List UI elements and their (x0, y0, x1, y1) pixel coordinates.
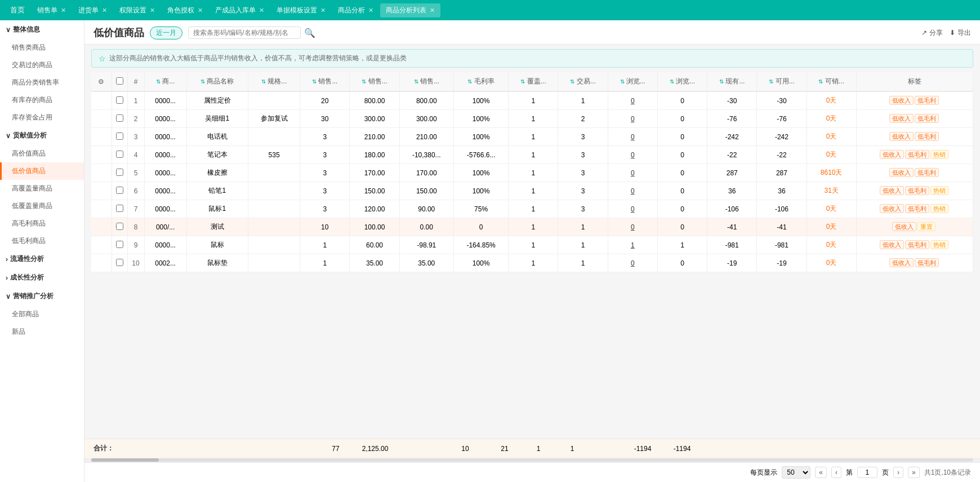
sidebar-item-new-goods[interactable]: 新品 (0, 323, 84, 341)
view1-link[interactable]: 0 (631, 97, 635, 105)
row-view1[interactable]: 0 (608, 128, 657, 146)
select-all-header[interactable] (112, 72, 127, 91)
nav-analysis-list[interactable]: 商品分析列表✕ (380, 3, 440, 17)
search-icon[interactable]: 🔍 (304, 28, 315, 38)
export-button[interactable]: ⬇ 导出 (950, 28, 971, 38)
col-qty[interactable]: ⇅ 销售... (300, 72, 350, 91)
share-button[interactable]: ↗ 分享 (921, 28, 943, 38)
row-checkbox[interactable] (116, 259, 123, 266)
row-checkbox-cell[interactable] (112, 218, 127, 236)
settings-icon-header[interactable]: ⚙ (91, 72, 112, 91)
sidebar-item-high-margin[interactable]: 高毛利商品 (0, 215, 84, 232)
sidebar-item-stock-capital[interactable]: 库存资金占用 (0, 109, 84, 126)
col-name[interactable]: ⇅ 商品名称 (186, 72, 248, 91)
row-settings[interactable] (91, 128, 112, 146)
scrollbar-track[interactable] (91, 458, 973, 462)
view1-link[interactable]: 0 (631, 259, 635, 267)
sidebar-group-contribution[interactable]: ∨ 贡献值分析 (0, 126, 84, 145)
first-page-button[interactable]: « (815, 467, 827, 478)
row-checkbox-cell[interactable] (112, 91, 127, 110)
row-view1[interactable]: 1 (608, 236, 657, 254)
sidebar-group-marketing[interactable]: ∨ 营销推广分析 (0, 287, 84, 306)
nav-perms[interactable]: 权限设置✕ (114, 3, 161, 17)
per-page-select[interactable]: 50 100 200 (782, 466, 810, 479)
page-number-input[interactable] (857, 467, 877, 478)
nav-roles[interactable]: 角色授权✕ (162, 3, 208, 17)
sidebar-item-low-margin[interactable]: 低毛利商品 (0, 232, 84, 250)
sidebar-item-all-goods[interactable]: 全部商品 (0, 306, 84, 323)
col-trade[interactable]: ⇅ 交易... (558, 72, 608, 91)
row-checkbox-cell[interactable] (112, 128, 127, 146)
view1-link[interactable]: 0 (631, 205, 635, 213)
nav-close-roles[interactable]: ✕ (198, 7, 203, 14)
last-page-button[interactable]: » (908, 467, 920, 478)
row-checkbox[interactable] (116, 132, 123, 140)
nav-home[interactable]: 首页 (5, 3, 30, 17)
row-view1[interactable]: 0 (608, 91, 657, 110)
scrollbar-thumb[interactable] (91, 458, 159, 462)
row-settings[interactable] (91, 146, 112, 164)
view1-link[interactable]: 0 (631, 115, 635, 123)
row-view1[interactable]: 0 (608, 110, 657, 128)
sidebar-item-sales-goods[interactable]: 销售类商品 (0, 39, 84, 56)
row-view1[interactable]: 0 (608, 164, 657, 182)
nav-inbound[interactable]: 产成品入库单✕ (210, 3, 270, 17)
prev-page-button[interactable]: ‹ (831, 467, 841, 478)
sidebar-item-in-stock-goods[interactable]: 有库存的商品 (0, 91, 84, 109)
nav-purchase[interactable]: 进货单✕ (73, 3, 113, 17)
row-view1[interactable]: 0 (608, 146, 657, 164)
sidebar-group-circulation[interactable]: › 流通性分析 (0, 250, 84, 268)
nav-close-inbound[interactable]: ✕ (259, 7, 264, 14)
col-sales1[interactable]: ⇅ 销售... (350, 72, 399, 91)
row-view1[interactable]: 0 (608, 182, 657, 200)
sidebar-item-high-coverage[interactable]: 高覆盖量商品 (0, 180, 84, 197)
row-checkbox-cell[interactable] (112, 164, 127, 182)
row-checkbox[interactable] (116, 114, 123, 122)
view1-link[interactable]: 0 (631, 187, 635, 195)
row-checkbox[interactable] (116, 169, 123, 176)
col-days[interactable]: ⇅ 可销... (807, 72, 856, 91)
table-wrapper[interactable]: ⚙ # ⇅ 商... ⇅ 商品名称 ⇅ 规格... ⇅ 销售... ⇅ 销售..… (84, 72, 980, 439)
nav-analysis[interactable]: 商品分析✕ (332, 3, 379, 17)
nav-close-perms[interactable]: ✕ (150, 7, 155, 14)
row-checkbox-cell[interactable] (112, 200, 127, 218)
row-checkbox-cell[interactable] (112, 182, 127, 200)
row-settings[interactable] (91, 182, 112, 200)
view1-link[interactable]: 0 (631, 151, 635, 159)
sidebar-item-category-rate[interactable]: 商品分类销售率 (0, 74, 84, 91)
row-settings[interactable] (91, 218, 112, 236)
sidebar-group-growth[interactable]: › 成长性分析 (0, 268, 84, 287)
sidebar-item-traded-goods[interactable]: 交易过的商品 (0, 56, 84, 74)
row-view1[interactable]: 0 (608, 218, 657, 236)
nav-close-sales[interactable]: ✕ (61, 7, 66, 14)
horizontal-scrollbar[interactable] (84, 458, 980, 462)
row-settings[interactable] (91, 254, 112, 272)
row-settings[interactable] (91, 91, 112, 110)
row-view1[interactable]: 0 (608, 254, 657, 272)
nav-template[interactable]: 单据模板设置✕ (271, 3, 331, 17)
col-gross[interactable]: ⇅ 毛利率 (453, 72, 508, 91)
row-checkbox[interactable] (116, 205, 123, 212)
nav-close-analysis-list[interactable]: ✕ (430, 7, 435, 14)
nav-close-analysis[interactable]: ✕ (368, 7, 373, 14)
row-view1[interactable]: 0 (608, 200, 657, 218)
nav-close-purchase[interactable]: ✕ (102, 7, 107, 14)
view1-link[interactable]: 0 (631, 223, 635, 231)
row-checkbox-cell[interactable] (112, 110, 127, 128)
nav-close-template[interactable]: ✕ (320, 7, 326, 14)
sidebar-item-high-value[interactable]: 高价值商品 (0, 145, 84, 162)
nav-sales[interactable]: 销售单✕ (32, 3, 72, 17)
sidebar-group-overview[interactable]: ∨ 整体信息 (0, 20, 84, 39)
col-avail[interactable]: ⇅ 可用... (757, 72, 807, 91)
col-view1[interactable]: ⇅ 浏览... (608, 72, 657, 91)
row-checkbox-cell[interactable] (112, 236, 127, 254)
row-settings[interactable] (91, 110, 112, 128)
col-view2[interactable]: ⇅ 浏览... (657, 72, 707, 91)
view1-link[interactable]: 0 (631, 133, 635, 141)
col-spec[interactable]: ⇅ 规格... (248, 72, 300, 91)
row-checkbox[interactable] (116, 96, 123, 104)
col-code[interactable]: ⇅ 商... (144, 72, 186, 91)
col-cover[interactable]: ⇅ 覆盖... (509, 72, 558, 91)
row-settings[interactable] (91, 236, 112, 254)
col-stock[interactable]: ⇅ 现有... (707, 72, 757, 91)
